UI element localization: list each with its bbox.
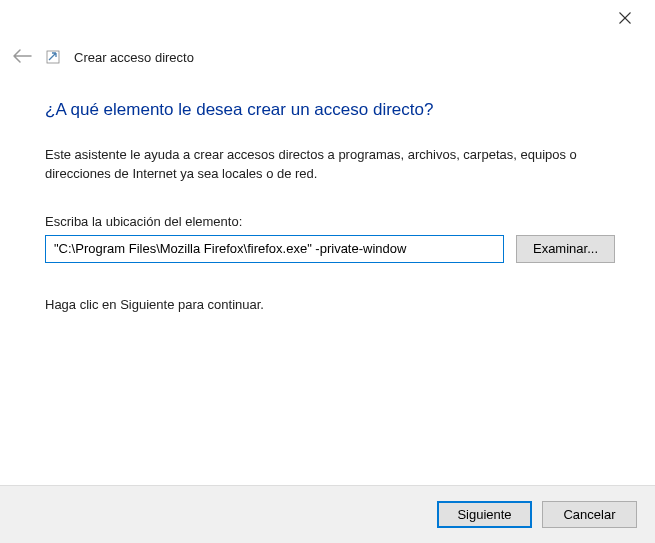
back-button[interactable]	[12, 46, 32, 68]
next-button[interactable]: Siguiente	[437, 501, 532, 528]
wizard-footer: Siguiente Cancelar	[0, 485, 655, 543]
wizard-header: Crear acceso directo	[0, 0, 655, 68]
back-arrow-icon	[12, 48, 32, 64]
description-text: Este asistente le ayuda a crear accesos …	[45, 146, 615, 184]
wizard-title: Crear acceso directo	[74, 50, 194, 65]
browse-button[interactable]: Examinar...	[516, 235, 615, 263]
wizard-content: ¿A qué elemento le desea crear un acceso…	[0, 68, 655, 312]
location-input[interactable]	[45, 235, 504, 263]
main-heading: ¿A qué elemento le desea crear un acceso…	[45, 100, 615, 120]
cancel-button[interactable]: Cancelar	[542, 501, 637, 528]
close-icon	[619, 12, 631, 24]
shortcut-icon	[46, 50, 60, 64]
close-button[interactable]	[609, 6, 641, 30]
location-label: Escriba la ubicación del elemento:	[45, 214, 615, 229]
input-row: Examinar...	[45, 235, 615, 263]
continue-text: Haga clic en Siguiente para continuar.	[45, 297, 615, 312]
